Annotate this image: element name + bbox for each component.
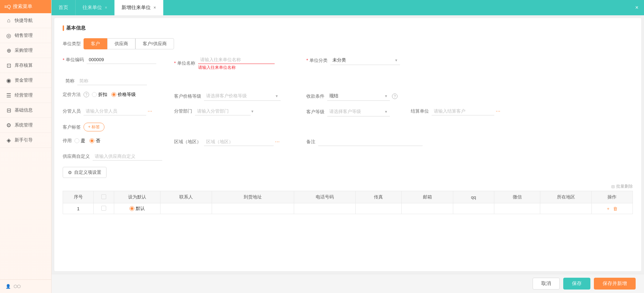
manager-dots-btn[interactable]: ··· <box>146 108 154 114</box>
purchase-icon: ⊕ <box>6 47 12 54</box>
row-action: + 🗑 <box>591 203 633 214</box>
add-tag-btn[interactable]: + 标签 <box>84 123 104 131</box>
row-default-label: 默认 <box>136 205 145 212</box>
region-input[interactable] <box>204 138 274 146</box>
sidebar-item-system[interactable]: ⚙ 系统管理 <box>0 118 51 133</box>
search-menu[interactable]: ≡Q 搜索菜单 <box>0 0 51 13</box>
tab-home[interactable]: 首页 <box>52 0 76 15</box>
type-btn-supplier[interactable]: 供应商 <box>107 38 135 49</box>
tab-partner[interactable]: 往来单位 × <box>76 0 115 15</box>
contacts-table: 序号 设为默认 联系人 到货地址 电话号码 传真 邮箱 qq 微信 所在地区 操… <box>63 191 633 214</box>
disabled-radio-no[interactable]: 否 <box>89 138 100 144</box>
sidebar: ≡Q 搜索菜单 ⌂ 快捷导航 ◎ 销售管理 ⊕ 采购管理 ⊡ 库存核算 ◉ 资金… <box>0 0 52 293</box>
dept-input[interactable] <box>195 107 251 115</box>
row-seq: 1 <box>63 203 94 214</box>
customer-price-select[interactable]: 请选择客户价格等级 ▼ <box>204 91 281 101</box>
name-label: 单位名称 <box>177 60 195 66</box>
finance-icon: ◉ <box>6 77 12 83</box>
cancel-button[interactable]: 取消 <box>533 278 560 290</box>
row-default-radio[interactable]: 默认 <box>118 205 157 212</box>
pricing-level-label: 价格等级 <box>118 91 136 98</box>
sidebar-item-guide[interactable]: ◈ 新手引导 <box>0 133 51 148</box>
name-field-inner: 请输入往来单位名称 <box>198 56 275 71</box>
dept-select[interactable]: ▼ <box>251 109 306 113</box>
row-wechat <box>494 203 540 214</box>
remark-input[interactable] <box>318 138 423 146</box>
type-btn-both[interactable]: 客户/供应商 <box>135 38 174 49</box>
pricing-help-icon[interactable]: ? <box>84 92 89 97</box>
section-title-text: 基本信息 <box>66 25 86 31</box>
sidebar-item-purchase[interactable]: ⊕ 采购管理 <box>0 43 51 58</box>
tab-new-partner-close[interactable]: × <box>154 6 156 10</box>
sidebar-item-operations[interactable]: ☰ 经营管理 <box>0 88 51 103</box>
tab-new-partner[interactable]: 新增往来单位 × <box>115 0 163 15</box>
pricing-radio-level[interactable]: 价格等级 <box>111 91 136 98</box>
user-label: ⬡⬡ <box>14 284 21 289</box>
manager-input[interactable] <box>84 107 146 115</box>
custom-settings-btn[interactable]: ⚙ 自定义项设置 <box>63 167 107 178</box>
sidebar-item-finance[interactable]: ◉ 资金管理 <box>0 73 51 88</box>
col-qq: qq <box>453 191 494 203</box>
short-name-input[interactable] <box>77 77 147 85</box>
col-phone: 电话号码 <box>294 191 355 203</box>
sidebar-item-label: 新手引导 <box>15 137 33 143</box>
row-checkbox[interactable] <box>101 206 106 211</box>
sidebar-item-label: 销售管理 <box>15 32 33 39</box>
short-name-row: 简称 <box>63 77 633 85</box>
pricing-radio-group: 折扣 价格等级 <box>92 91 136 98</box>
basic-icon: ⊟ <box>6 107 12 113</box>
inventory-icon: ⊡ <box>6 62 12 68</box>
pricing-radio-discount[interactable]: 折扣 <box>92 91 107 98</box>
disabled-radio-yes[interactable]: 是 <box>74 138 85 144</box>
col-region: 所在地区 <box>540 191 591 203</box>
code-input[interactable] <box>87 56 156 64</box>
tab-bar: 首页 往来单位 × 新增往来单位 × × <box>52 0 644 15</box>
tab-partner-close[interactable]: × <box>105 6 107 10</box>
supplier-custom-row: 供应商自定义 <box>63 152 633 161</box>
settlement-input[interactable] <box>432 107 494 115</box>
batch-delete-btn[interactable]: ⊟ 批量删除 <box>63 184 633 189</box>
customer-level-select[interactable]: 请选择客户等级 ▼ <box>327 107 390 116</box>
sidebar-item-quick-nav[interactable]: ⌂ 快捷导航 <box>0 13 51 28</box>
tag-btn-label: + 标签 <box>88 124 100 130</box>
row-add-btn[interactable]: + <box>607 206 610 211</box>
row-default-circle <box>129 206 134 211</box>
row-default: 默认 <box>114 203 160 214</box>
region-dots-btn[interactable]: ··· <box>274 139 281 145</box>
save-new-button[interactable]: 保存并新增 <box>594 278 636 290</box>
category-select[interactable]: 未分类 ▼ <box>330 56 400 65</box>
supplier-custom-input[interactable] <box>93 152 162 161</box>
type-btn-customer[interactable]: 客户 <box>84 38 107 49</box>
settlement-dots-btn[interactable]: ··· <box>494 108 502 114</box>
tab-partner-label: 往来单位 <box>83 5 102 11</box>
batch-delete-icon: ⊟ <box>611 184 615 189</box>
name-required: * <box>174 60 176 66</box>
sidebar-item-sales[interactable]: ◎ 销售管理 <box>0 28 51 43</box>
bottom-bar: 取消 保存 保存并新增 <box>52 274 644 293</box>
supplier-custom-label: 供应商自定义 <box>63 153 90 160</box>
header-checkbox[interactable] <box>101 194 106 199</box>
dept-chevron: ▼ <box>251 109 254 113</box>
customer-level-chevron: ▼ <box>384 110 388 114</box>
row-region <box>540 203 591 214</box>
search-menu-label: 搜索菜单 <box>13 3 32 10</box>
payment-chevron: ▼ <box>384 94 388 98</box>
row-contact <box>160 203 212 214</box>
system-icon: ⚙ <box>6 122 12 128</box>
table-row: 1 默认 <box>63 203 633 214</box>
close-all-tabs[interactable]: × <box>630 5 644 11</box>
row-delete-btn[interactable]: 🗑 <box>613 206 618 211</box>
disabled-yes-circle <box>74 138 79 143</box>
unit-type-group: 客户 供应商 客户/供应商 <box>84 38 174 49</box>
sidebar-item-basic[interactable]: ⊟ 基础信息 <box>0 103 51 118</box>
code-required: * <box>63 57 64 63</box>
sidebar-item-label: 库存核算 <box>15 62 33 68</box>
sidebar-item-inventory[interactable]: ⊡ 库存核算 <box>0 58 51 73</box>
payment-select[interactable]: 现结 ▼ <box>327 91 390 101</box>
payment-help-icon[interactable]: ? <box>392 93 398 99</box>
save-button[interactable]: 保存 <box>563 278 590 290</box>
category-chevron: ▼ <box>394 58 398 62</box>
disabled-label: 停用 <box>63 138 72 144</box>
name-input[interactable] <box>198 56 275 64</box>
user-icon: 👤 <box>6 284 11 289</box>
